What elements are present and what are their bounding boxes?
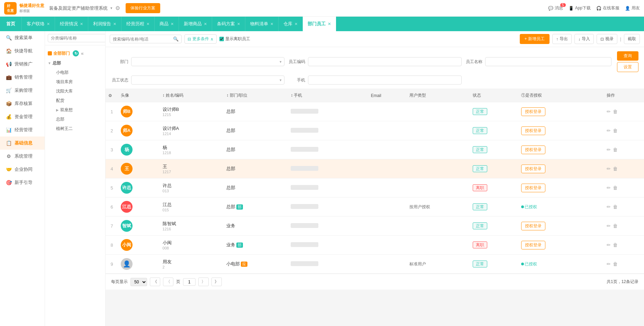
- dept-node-headquarters[interactable]: ▼ 总部: [45, 59, 105, 68]
- delete-btn[interactable]: 🗑: [613, 261, 618, 267]
- message-btn[interactable]: 💬 消息 5: [548, 5, 563, 11]
- sidebar-item-marketing[interactable]: 📢 营销推广: [0, 58, 45, 71]
- sidebar-item-finance[interactable]: 💰 资金管理: [0, 110, 45, 123]
- edit-btn[interactable]: ✏: [607, 185, 611, 191]
- dept-node-distribution[interactable]: 配货: [45, 96, 105, 105]
- dept-node-shenyang[interactable]: 沈阳大库: [45, 87, 105, 96]
- delete-btn[interactable]: 🗑: [613, 223, 618, 229]
- nav-item-profit[interactable]: 利润报告 ✕: [88, 17, 121, 31]
- col-phone[interactable]: ↕ 手机: [288, 89, 368, 102]
- close-icon[interactable]: ✕: [294, 22, 298, 26]
- app-download-btn[interactable]: 📱 App下载: [569, 5, 591, 11]
- auth-login-btn[interactable]: 授权登录: [521, 184, 545, 192]
- emp-status-select[interactable]: [131, 76, 284, 85]
- close-icon[interactable]: ✕: [80, 22, 83, 26]
- nav-item-customer[interactable]: 客户联络 ✕: [22, 17, 55, 31]
- delete-btn[interactable]: 🗑: [613, 128, 618, 133]
- dept-node-project[interactable]: 项目库房: [45, 77, 105, 87]
- sidebar-item-management[interactable]: 📊 经营管理: [0, 123, 45, 136]
- dept-refresh-icon[interactable]: ↻: [73, 50, 79, 56]
- nav-item-goods[interactable]: 商品 ✕: [155, 17, 179, 31]
- sidebar-item-system[interactable]: ⚙ 系统管理: [0, 150, 45, 163]
- delete-btn[interactable]: 🗑: [613, 185, 618, 191]
- title-dropdown-icon[interactable]: ▾: [110, 6, 112, 10]
- sidebar-item-search[interactable]: 🔍 搜索菜单: [0, 31, 45, 44]
- nav-item-warehouse[interactable]: 仓库 ✕: [279, 17, 303, 31]
- print-btn[interactable]: 截取: [624, 34, 640, 44]
- auth-login-btn[interactable]: 授权登录: [521, 222, 545, 230]
- dept-collapse-icon[interactable]: «: [81, 51, 84, 56]
- nav-item-history[interactable]: 经营历程 ✕: [121, 17, 155, 31]
- dept-select[interactable]: [131, 57, 284, 66]
- set-btn[interactable]: 设置: [617, 62, 638, 72]
- sidebar-item-quicknav[interactable]: 🏠 快捷导航: [0, 44, 45, 58]
- show-resigned-checkbox[interactable]: 显示离职员工: [219, 36, 250, 42]
- resigned-checkbox-input[interactable]: [219, 37, 224, 41]
- edit-btn[interactable]: ✏: [607, 223, 611, 229]
- delete-btn[interactable]: 🗑: [613, 147, 618, 152]
- delete-btn[interactable]: 🗑: [613, 166, 618, 171]
- close-icon[interactable]: ✕: [113, 22, 116, 26]
- sidebar-item-sales[interactable]: 💼 销售管理: [0, 71, 45, 84]
- sidebar-item-purchase[interactable]: 🛒 采购管理: [0, 84, 45, 97]
- auth-login-btn[interactable]: 授权登录: [521, 107, 545, 116]
- close-icon[interactable]: ✕: [146, 22, 149, 26]
- col-name-code[interactable]: ↕ 姓名/编码: [160, 89, 224, 102]
- nav-item-operation[interactable]: 经营情况 ✕: [55, 17, 88, 31]
- dept-node-zhishu[interactable]: 植树王二: [45, 124, 105, 133]
- nav-item-dept-staff[interactable]: 部门员工 ✕: [303, 17, 336, 31]
- sidebar-item-guide[interactable]: 🎯 新手引导: [0, 176, 45, 189]
- edit-btn[interactable]: ✏: [607, 242, 611, 248]
- close-icon[interactable]: ✕: [171, 22, 174, 26]
- import-btn[interactable]: ↓ 导入: [574, 34, 594, 44]
- close-active-icon[interactable]: ✕: [328, 22, 331, 26]
- auth-login-btn[interactable]: 授权登录: [521, 165, 545, 173]
- edit-btn[interactable]: ✏: [607, 147, 611, 152]
- col-dept-position[interactable]: ↕ 部门/职位: [224, 89, 288, 102]
- query-btn[interactable]: 查询: [617, 51, 638, 61]
- sidebar-item-inventory[interactable]: 📦 库存核算: [0, 97, 45, 110]
- more-conditions-btn[interactable]: ⊟ 更多条件 ∧: [184, 34, 217, 44]
- export-btn[interactable]: ↑ 导出: [552, 34, 572, 44]
- phone-input[interactable]: [308, 76, 461, 85]
- nav-item-bom[interactable]: 物料清单 ✕: [245, 17, 279, 31]
- edit-btn[interactable]: ✏: [607, 204, 611, 210]
- delete-btn[interactable]: 🗑: [613, 242, 618, 248]
- dept-node-shuangzuo[interactable]: ▶ 双座想: [45, 105, 105, 115]
- add-employee-btn[interactable]: + 新增员工: [520, 34, 550, 44]
- auth-login-btn[interactable]: 授权登录: [521, 241, 545, 249]
- delete-btn[interactable]: 🗑: [613, 109, 618, 114]
- trial-btn[interactable]: 体验行业方案: [126, 3, 160, 13]
- close-icon[interactable]: ✕: [270, 22, 273, 26]
- dept-search-input[interactable]: [48, 34, 106, 42]
- settings-icon[interactable]: ⚙: [115, 5, 120, 11]
- close-icon[interactable]: ✕: [237, 22, 240, 26]
- first-page-btn[interactable]: 《: [150, 277, 160, 286]
- nav-item-home[interactable]: 首页: [0, 17, 22, 31]
- view-btn[interactable]: ⊡ 视录: [597, 34, 617, 44]
- auth-login-btn[interactable]: 授权登录: [521, 146, 545, 154]
- dept-node-zongbu[interactable]: 总部: [45, 115, 105, 124]
- sidebar-item-collab[interactable]: 🤝 企业协同: [0, 163, 45, 176]
- close-icon[interactable]: ✕: [47, 22, 50, 26]
- emp-code-input[interactable]: [308, 57, 461, 66]
- delete-btn[interactable]: 🗑: [613, 204, 618, 210]
- page-input[interactable]: [183, 278, 196, 286]
- per-page-select[interactable]: 50: [130, 278, 147, 286]
- dept-node-xiaodian[interactable]: 小电部: [45, 68, 105, 77]
- nav-item-barcode[interactable]: 条码方案 ✕: [212, 17, 245, 31]
- auth-login-btn[interactable]: 授权登录: [521, 126, 545, 135]
- edit-btn[interactable]: ✏: [607, 128, 611, 133]
- edit-btn[interactable]: ✏: [607, 261, 611, 267]
- search-input[interactable]: [113, 37, 172, 42]
- close-icon[interactable]: ✕: [204, 22, 207, 26]
- sidebar-item-basic-info[interactable]: 📋 基础信息: [0, 136, 45, 150]
- next-page-btn[interactable]: 〉: [198, 277, 209, 286]
- edit-btn[interactable]: ✏: [607, 166, 611, 171]
- online-service-btn[interactable]: 🎧 在线客服: [596, 5, 619, 11]
- nav-item-new-goods[interactable]: 新增商品 ✕: [179, 17, 212, 31]
- prev-page-btn[interactable]: 〈: [163, 277, 173, 286]
- col-settings[interactable]: ⚙: [106, 89, 118, 102]
- emp-name-input[interactable]: [485, 57, 611, 66]
- dept-header-all[interactable]: 全部部门 ↻ «: [45, 48, 105, 59]
